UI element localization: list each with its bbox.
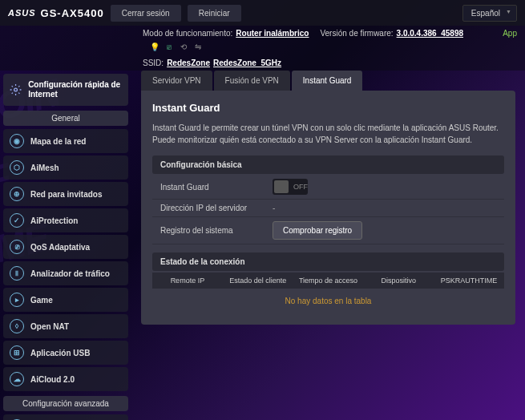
advanced-header: Configuración avanzada bbox=[3, 396, 128, 411]
sidebar-item-qos-adaptativa[interactable]: ⎚QoS Adaptativa bbox=[3, 235, 128, 259]
sidebar-item-label: QoS Adaptativa bbox=[30, 243, 90, 252]
tab-servidor-vpn[interactable]: Servidor VPN bbox=[141, 71, 212, 91]
reboot-button[interactable]: Reiniciar bbox=[188, 5, 241, 22]
svg-point-0 bbox=[14, 88, 18, 91]
sidebar-icon: ⎚ bbox=[10, 240, 24, 254]
page-description: Instant Guard le permite crear un túnel … bbox=[152, 122, 504, 146]
sidebar-item-analizador-de-tráfico[interactable]: ⫴Analizador de tráfico bbox=[3, 261, 128, 285]
ssid-label: SSID: bbox=[143, 59, 164, 67]
sidebar-item-label: Mapa de la red bbox=[30, 137, 86, 146]
sidebar-item-aiprotection[interactable]: ✓AiProtection bbox=[3, 208, 128, 232]
sidebar-item-label: Analizador de tráfico bbox=[30, 269, 110, 278]
sidebar-item-aimesh[interactable]: ⬡AiMesh bbox=[3, 155, 128, 180]
sidebar-item-open-nat[interactable]: ◊Open NAT bbox=[3, 314, 128, 338]
sidebar-item-aplicación-usb[interactable]: ⊞Aplicación USB bbox=[3, 341, 128, 365]
sidebar-icon: ⫴ bbox=[10, 266, 24, 281]
ssid1[interactable]: RedesZone bbox=[167, 59, 210, 67]
sidebar-icon: ⊕ bbox=[10, 187, 24, 201]
table-empty-message: No hay datos en la tabla bbox=[152, 289, 504, 313]
tab-instant-guard[interactable]: Instant Guard bbox=[292, 71, 363, 91]
brand-logo: ASUS bbox=[8, 8, 36, 18]
column-header: Estado del cliente bbox=[223, 273, 293, 289]
connection-status-header: Estado de la conexión bbox=[152, 252, 504, 271]
sidebar-icon: ⬡ bbox=[10, 160, 24, 175]
quick-setup-label: Configuración rápida de Internet bbox=[28, 80, 122, 99]
sidebar-icon: ⊞ bbox=[10, 345, 24, 360]
sidebar-item-label: AiMesh bbox=[30, 164, 59, 172]
logout-button[interactable]: Cerrar sesión bbox=[111, 5, 181, 22]
tab-fusión-de-vpn[interactable]: Fusión de VPN bbox=[214, 71, 290, 91]
sidebar-item-label: Red para invitados bbox=[30, 190, 102, 199]
syslog-label: Registro del sistema bbox=[160, 226, 273, 235]
language-select[interactable]: Español bbox=[462, 5, 517, 22]
sidebar-icon: ◊ bbox=[10, 319, 24, 333]
app-link[interactable]: App bbox=[503, 29, 517, 38]
sidebar-icon: ◉ bbox=[10, 134, 24, 148]
quick-setup-button[interactable]: Configuración rápida de Internet bbox=[3, 74, 128, 106]
general-header: General bbox=[3, 111, 128, 126]
mode-value[interactable]: Router inalámbrico bbox=[236, 29, 309, 38]
sidebar-item-mapa-de-la-red[interactable]: ◉Mapa de la red bbox=[3, 129, 128, 153]
sidebar-item-red-para-invitados[interactable]: ⊕Red para invitados bbox=[3, 182, 128, 206]
server-ip-value: - bbox=[273, 204, 275, 212]
mode-label: Modo de funcionamiento: bbox=[143, 29, 232, 38]
sidebar-icon: ☁ bbox=[10, 372, 24, 386]
basic-config-header: Configuración básica bbox=[152, 155, 504, 174]
ssid2[interactable]: RedesZone_5GHz bbox=[213, 59, 281, 67]
sidebar-icon: ▸ bbox=[10, 293, 24, 307]
sidebar-item-label: AiProtection bbox=[30, 216, 78, 225]
network-icon[interactable]: ⎚ bbox=[164, 41, 175, 52]
check-log-button[interactable]: Comprobar registro bbox=[273, 221, 362, 240]
instant-guard-label: Instant Guard bbox=[160, 183, 273, 192]
usb-icon[interactable]: ⇋ bbox=[192, 41, 204, 52]
column-header: Remote IP bbox=[152, 273, 223, 289]
fw-label: Versión de firmware: bbox=[320, 29, 393, 38]
sidebar-item-label: AiCloud 2.0 bbox=[30, 375, 75, 384]
instant-guard-toggle[interactable]: OFF bbox=[273, 179, 308, 195]
sidebar-item-aicloud-2.0[interactable]: ☁AiCloud 2.0 bbox=[3, 367, 128, 391]
sidebar-item-label: Open NAT bbox=[30, 322, 69, 331]
refresh-icon[interactable]: ⟲ bbox=[178, 41, 189, 52]
server-ip-label: Dirección IP del servidor bbox=[160, 204, 273, 212]
sidebar-item-game[interactable]: ▸Game bbox=[3, 288, 128, 312]
sidebar-item-label: Aplicación USB bbox=[30, 349, 90, 357]
brand-model: GS-AX5400 bbox=[41, 7, 104, 19]
page-title: Instant Guard bbox=[152, 102, 504, 114]
fw-value[interactable]: 3.0.0.4.386_45898 bbox=[397, 29, 463, 38]
sidebar-item-label: Game bbox=[30, 296, 53, 305]
column-header: Tiempo de acceso bbox=[293, 273, 364, 289]
gear-icon bbox=[10, 82, 22, 98]
sidebar-icon: ✓ bbox=[10, 213, 24, 228]
brand: ASUS GS-AX5400 bbox=[8, 7, 104, 19]
bulb-icon[interactable]: 💡 bbox=[149, 41, 160, 52]
column-header: Dispositivo bbox=[363, 273, 434, 289]
column-header: PSKRAUTHTIME bbox=[434, 273, 504, 289]
sidebar-item-inalámbrico[interactable]: ⊛Inalámbrico bbox=[3, 414, 128, 420]
